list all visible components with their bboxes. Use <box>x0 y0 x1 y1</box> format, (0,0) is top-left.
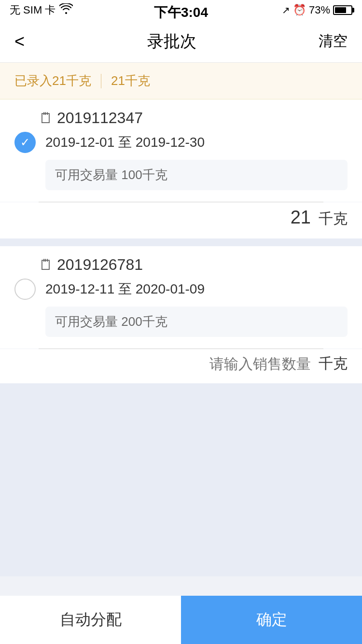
batch-item-1: 🗒 2019112347 ✓ 2019-12-01 至 2019-12-30 可… <box>0 99 362 202</box>
batch-1-amount-value: 21 <box>291 207 311 228</box>
batch-1-amount-unit: 千克 <box>319 209 348 229</box>
alarm-icon: ⏰ <box>293 4 306 16</box>
status-bar: 无 SIM 卡 下午3:04 ↗ ⏰ 73% <box>0 0 362 20</box>
location-icon: ↗ <box>282 4 290 16</box>
back-button[interactable]: < <box>14 31 25 52</box>
bottom-bar: 自动分配 确定 <box>0 596 362 644</box>
battery-icon <box>333 5 352 15</box>
info-divider <box>101 74 101 88</box>
info-banner: 已录入21千克 21千克 <box>0 63 362 99</box>
batch-2-date: 2019-12-11 至 2020-01-09 <box>45 280 205 298</box>
batch-1-amount-row: 21 千克 <box>0 202 362 238</box>
carrier-text: 无 SIM 卡 <box>10 3 56 17</box>
batch-2-id: 2019126781 <box>57 256 143 274</box>
batch-2-input-row[interactable]: 千克 <box>0 349 362 383</box>
batch-1-checkbox[interactable]: ✓ <box>14 132 36 153</box>
status-right: ↗ ⏰ 73% <box>282 4 352 16</box>
batch-2-header: 🗒 2019126781 <box>14 256 348 274</box>
batch-2-unit: 千克 <box>319 354 348 374</box>
qty-input-field[interactable] <box>166 356 311 372</box>
nav-bar: < 录批次 清空 <box>0 20 362 63</box>
doc-icon-1: 🗒 <box>39 110 53 126</box>
recorded-text: 已录入21千克 <box>14 72 91 89</box>
checkmark-icon-1: ✓ <box>20 137 30 148</box>
doc-icon-2: 🗒 <box>39 257 53 273</box>
batch-separator <box>0 238 362 246</box>
page-title: 录批次 <box>147 30 196 53</box>
confirm-button[interactable]: 确定 <box>181 596 362 644</box>
auto-distribute-button[interactable]: 自动分配 <box>0 596 181 644</box>
batch-item-2: 🗒 2019126781 2019-12-11 至 2020-01-09 可用交… <box>0 246 362 349</box>
wifi-icon <box>59 3 73 17</box>
battery-percent: 73% <box>309 4 330 16</box>
batch-1-date: 2019-12-01 至 2019-12-30 <box>45 133 205 152</box>
batch-1-header: 🗒 2019112347 <box>14 109 348 127</box>
clear-button[interactable]: 清空 <box>319 31 348 51</box>
batch-1-available: 可用交易量 100千克 <box>45 160 348 190</box>
status-left: 无 SIM 卡 <box>10 3 73 17</box>
batch-1-row: ✓ 2019-12-01 至 2019-12-30 <box>14 132 348 153</box>
batch-2-row: 2019-12-11 至 2020-01-09 <box>14 279 348 300</box>
batch-2-checkbox[interactable] <box>14 279 36 300</box>
total-text: 21千克 <box>111 72 150 89</box>
batch-1-id: 2019112347 <box>57 109 143 127</box>
blue-background-area <box>0 383 362 576</box>
status-time: 下午3:04 <box>154 3 208 22</box>
batch-2-available: 可用交易量 200千克 <box>45 307 348 337</box>
